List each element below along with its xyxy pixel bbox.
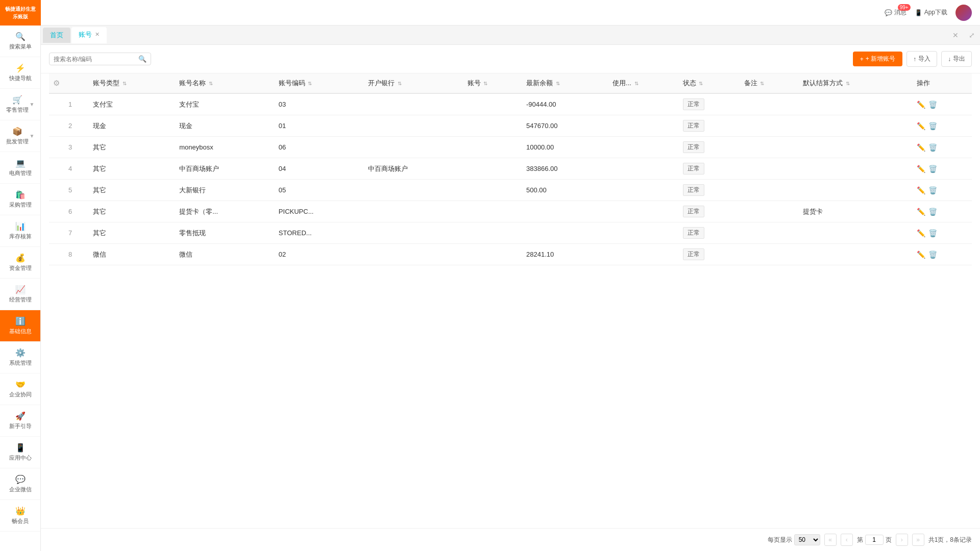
action-icons: ✏️ 🗑️: [917, 165, 968, 173]
tab-home[interactable]: 首页: [43, 28, 70, 43]
edit-icon[interactable]: ✏️: [917, 186, 925, 194]
sidebar-item-basic-info[interactable]: ℹ️ 基础信息: [0, 310, 40, 342]
edit-icon[interactable]: ✏️: [917, 208, 925, 216]
cell-name: 大新银行: [175, 180, 275, 201]
operation-icon: 📈: [15, 285, 26, 294]
export-button[interactable]: ↓ 导出: [941, 51, 972, 67]
cell-action: ✏️ 🗑️: [913, 222, 972, 244]
sidebar-item-capital-mgmt[interactable]: 💰 资金管理: [0, 247, 40, 279]
sidebar-item-operation-mgmt[interactable]: 📈 经营管理: [0, 279, 40, 310]
cell-bank: [364, 93, 463, 115]
page-number-input[interactable]: [865, 535, 884, 545]
edit-icon[interactable]: ✏️: [917, 101, 925, 109]
sidebar-item-label: 资金管理: [9, 264, 32, 272]
sidebar-item-member[interactable]: 👑 畅会员: [0, 500, 40, 532]
inventory-icon: 📊: [15, 221, 26, 231]
cell-bank: 中百商场账户: [364, 158, 463, 180]
status-badge: 正常: [683, 206, 704, 217]
edit-icon[interactable]: ✏️: [917, 122, 925, 130]
message-button[interactable]: 💬 消息 99+: [885, 8, 906, 17]
tab-maximize-button[interactable]: ⤢: [966, 30, 978, 40]
sidebar-item-quick-nav[interactable]: ⚡ 快捷导航: [0, 57, 40, 89]
app-center-icon: 📱: [15, 443, 26, 453]
status-badge: 正常: [683, 248, 704, 260]
sidebar-item-purchase-mgmt[interactable]: 🛍️ 采购管理: [0, 184, 40, 215]
edit-icon[interactable]: ✏️: [917, 165, 925, 173]
sidebar-item-search-menu[interactable]: 🔍 搜索菜单: [0, 26, 40, 57]
col-status[interactable]: 状态 ⇅: [679, 73, 740, 93]
table-row: 2 现金 现金 01 547670.00 正常 ✏️ 🗑️: [49, 115, 972, 137]
delete-icon[interactable]: 🗑️: [928, 229, 937, 237]
cell-remark: [740, 93, 799, 115]
page-first-button[interactable]: «: [824, 534, 837, 546]
cell-status: 正常: [679, 93, 740, 115]
action-icons: ✏️ 🗑️: [917, 186, 968, 194]
tab-account[interactable]: 账号 ✕: [71, 27, 107, 43]
tab-close-all-button[interactable]: ✕: [949, 30, 962, 40]
enterprise-icon: 🤝: [15, 380, 26, 389]
search-box[interactable]: 🔍: [49, 53, 151, 65]
col-account[interactable]: 账号 ⇅: [463, 73, 522, 93]
search-icon[interactable]: 🔍: [138, 55, 146, 63]
status-badge: 正常: [683, 120, 704, 132]
sidebar-item-wholesale-mgmt[interactable]: 📦 批发管理 ▼: [0, 120, 40, 152]
delete-icon[interactable]: 🗑️: [928, 165, 937, 173]
page-last-button[interactable]: »: [912, 534, 924, 546]
edit-icon[interactable]: ✏️: [917, 229, 925, 237]
sidebar-item-ecommerce-mgmt[interactable]: 💻 电商管理: [0, 152, 40, 184]
delete-icon[interactable]: 🗑️: [928, 208, 937, 216]
sidebar-item-app-center[interactable]: 📱 应用中心: [0, 437, 40, 468]
col-usage[interactable]: 使用... ⇅: [608, 73, 679, 93]
cell-type: 其它: [89, 180, 175, 201]
delete-icon[interactable]: 🗑️: [928, 122, 937, 130]
cell-num: 7: [64, 222, 89, 244]
status-badge: 正常: [683, 98, 704, 110]
cell-default-settle: [799, 158, 913, 180]
delete-icon[interactable]: 🗑️: [928, 143, 937, 152]
col-bank[interactable]: 开户银行 ⇅: [364, 73, 463, 93]
edit-icon[interactable]: ✏️: [917, 143, 925, 152]
sidebar-item-inventory[interactable]: 📊 库存核算: [0, 215, 40, 247]
page-prev-button[interactable]: ‹: [841, 534, 853, 546]
col-default-settle[interactable]: 默认结算方式 ⇅: [799, 73, 913, 93]
cell-type: 现金: [89, 115, 175, 137]
page-next-button[interactable]: ›: [896, 534, 908, 546]
col-balance[interactable]: 最新余额 ⇅: [522, 73, 608, 93]
wholesale-icon: 📦: [12, 127, 22, 136]
cell-account: [463, 137, 522, 158]
cell-name: moneybosx: [175, 137, 275, 158]
app-download-button[interactable]: 📱 App下载: [915, 8, 947, 17]
edit-icon[interactable]: ✏️: [917, 251, 925, 259]
sidebar-item-system-mgmt[interactable]: ⚙️ 系统管理: [0, 342, 40, 373]
delete-icon[interactable]: 🗑️: [928, 101, 937, 109]
cell-bank: [364, 115, 463, 137]
cell-remark: [740, 115, 799, 137]
home-tab-label: 首页: [50, 31, 63, 40]
user-avatar[interactable]: [955, 5, 972, 21]
content-area: 🔍 + + 新增账号 ↑ 导入 ↓ 导出: [41, 45, 980, 551]
col-code[interactable]: 账号编码 ⇅: [275, 73, 364, 93]
import-button[interactable]: ↑ 导入: [906, 51, 937, 67]
sidebar-item-label: 企业微信: [9, 486, 32, 493]
sidebar-item-enterprise-agreement[interactable]: 🤝 企业协同: [0, 373, 40, 405]
column-settings-icon[interactable]: ⚙: [53, 79, 60, 87]
delete-icon[interactable]: 🗑️: [928, 186, 937, 194]
sidebar-item-beginner-guide[interactable]: 🚀 新手引导: [0, 405, 40, 437]
cell-remark: [740, 137, 799, 158]
col-remark[interactable]: 备注 ⇅: [740, 73, 799, 93]
page-size-select[interactable]: 50 100 200: [794, 534, 820, 545]
sidebar-item-enterprise-wechat[interactable]: 💬 企业微信: [0, 468, 40, 500]
sidebar-item-retail-mgmt[interactable]: 🛒 零售管理 ▼: [0, 89, 40, 120]
cell-action: ✏️ 🗑️: [913, 201, 972, 222]
cell-action: ✏️ 🗑️: [913, 244, 972, 265]
cell-bank: [364, 201, 463, 222]
tab-close-icon[interactable]: ✕: [95, 31, 100, 38]
add-account-button[interactable]: + + 新增账号: [853, 52, 902, 66]
cell-code: STORED...: [275, 222, 364, 244]
cell-action: ✏️ 🗑️: [913, 93, 972, 115]
search-input[interactable]: [54, 56, 138, 63]
col-type[interactable]: 账号类型 ⇅: [89, 73, 175, 93]
delete-icon[interactable]: 🗑️: [928, 251, 937, 259]
capital-icon: 💰: [15, 253, 26, 263]
col-name[interactable]: 账号名称 ⇅: [175, 73, 275, 93]
